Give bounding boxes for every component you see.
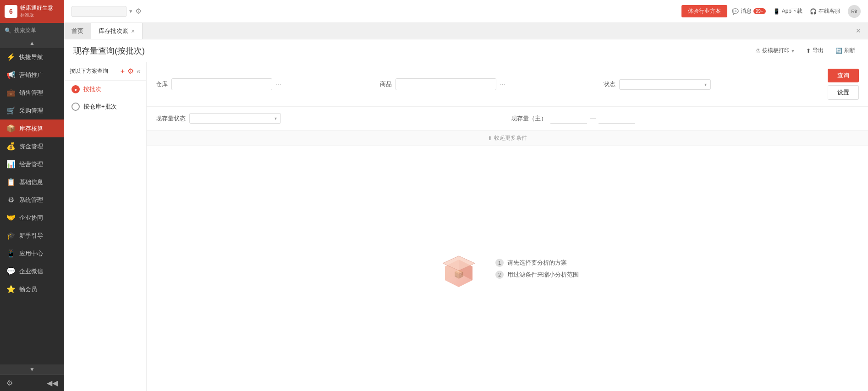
sidebar-item-inventory[interactable]: 📦 库存核算: [0, 119, 64, 137]
topbar-settings-icon[interactable]: ⚙: [135, 7, 142, 16]
sidebar-item-finance[interactable]: 💰 资金管理: [0, 137, 64, 155]
status-select[interactable]: ▾: [619, 79, 711, 90]
topbar-search-input[interactable]: [71, 6, 126, 17]
warehouse-dots[interactable]: ···: [276, 81, 281, 88]
print-dropdown-icon: ▾: [791, 48, 794, 54]
left-panel-actions: + ⚙ «: [121, 67, 141, 76]
sidebar-item-label: 新手引导: [19, 232, 43, 240]
tab-inventory-batch[interactable]: 库存批次账 ×: [91, 23, 143, 39]
print-btn[interactable]: 🖨 按模板打印 ▾: [751, 45, 798, 56]
basic-info-icon: 📋: [6, 178, 16, 186]
sidebar-item-guide[interactable]: 🎓 新手引导: [0, 227, 64, 244]
topbar-dropdown-icon[interactable]: ▾: [129, 8, 132, 15]
sidebar-search[interactable]: 🔍 搜索菜单: [0, 23, 64, 38]
stock-qty-to-input[interactable]: [599, 113, 635, 124]
printer-icon: 🖨: [755, 48, 760, 54]
scheme-item-warehouse-batch[interactable]: 按仓库+批次: [64, 98, 146, 115]
sidebar-header: 6 畅康通好生意 标准版: [0, 0, 64, 23]
sidebar-scroll-up[interactable]: ▲: [0, 38, 64, 48]
tip-2-text: 用过滤条件来缩小分析范围: [507, 271, 579, 279]
sidebar-item-operations[interactable]: 📊 经营管理: [0, 155, 64, 173]
sidebar-item-collab[interactable]: 🤝 企业协同: [0, 209, 64, 227]
message-icon: 💬: [732, 8, 739, 15]
tip-1-text: 请先选择要分析的方案: [507, 259, 567, 267]
product-dots[interactable]: ···: [500, 81, 505, 88]
export-label: 导出: [813, 47, 824, 54]
app-version: 标准版: [20, 12, 53, 18]
scheme-icon-active: ●: [71, 85, 80, 93]
tab-bar: 首页 库存批次账 × ×: [64, 23, 868, 39]
product-input[interactable]: [396, 78, 496, 90]
content-area: 按以下方案查询 + ⚙ « ● 按批次 按仓库+批次: [64, 62, 868, 391]
add-scheme-icon[interactable]: +: [121, 67, 125, 76]
sidebar-item-label: 基础信息: [19, 178, 43, 186]
quick-nav-icon: ⚡: [6, 53, 16, 61]
finance-icon: 💰: [6, 142, 16, 151]
online-service-action[interactable]: 🎧 在线客服: [810, 7, 841, 15]
filter-collapse-bar[interactable]: ⬆ 收起更多条件: [147, 130, 868, 146]
sidebar-item-quick-nav[interactable]: ⚡ 快捷导航: [0, 48, 64, 66]
settings-button[interactable]: 设置: [828, 85, 859, 100]
sidebar-item-label: 系统管理: [19, 196, 43, 204]
stock-status-arrow: ▾: [275, 116, 277, 121]
collapse-panel-icon[interactable]: «: [137, 67, 141, 76]
page-actions: 🖨 按模板打印 ▾ ⬆ 导出 🔄 刷新: [751, 45, 859, 56]
status-arrow: ▾: [704, 82, 707, 87]
filter-section: 仓库 ··· 商品 ··· 状态 ▾: [147, 62, 868, 107]
stock-qty-from-input[interactable]: [550, 113, 587, 124]
tab-close-right-icon[interactable]: ×: [852, 26, 864, 36]
sidebar-menu: ⚡ 快捷导航 📢 营销推广 💼 销售管理 🛒 采购管理 📦 库存核算 💰 资金管…: [0, 48, 64, 364]
sidebar-scroll-down[interactable]: ▼: [0, 364, 64, 375]
sidebar-item-marketing[interactable]: 📢 营销推广: [0, 66, 64, 84]
scheme-label: 按仓库+批次: [83, 103, 117, 111]
filter-row-1: 仓库 ··· 商品 ··· 状态 ▾: [156, 69, 859, 100]
app-download-action[interactable]: 📱 App下载: [773, 7, 802, 15]
stock-status-select[interactable]: ▾: [189, 113, 281, 124]
sidebar-item-purchase[interactable]: 🛒 采购管理: [0, 102, 64, 119]
sidebar-item-basic-info[interactable]: 📋 基础信息: [0, 173, 64, 191]
export-btn[interactable]: ⬆ 导出: [802, 45, 827, 56]
status-label: 状态: [604, 80, 615, 88]
member-icon: ⭐: [6, 285, 16, 293]
filter-area: 仓库 ··· 商品 ··· 状态 ▾: [147, 62, 868, 391]
left-panel: 按以下方案查询 + ⚙ « ● 按批次 按仓库+批次: [64, 62, 147, 391]
tab-bar-right: ×: [852, 26, 868, 36]
sidebar-item-member[interactable]: ⭐ 畅会员: [0, 280, 64, 298]
scheme-icon-inactive: [71, 103, 80, 111]
message-action[interactable]: 💬 消息 99+: [732, 7, 766, 15]
scheme-settings-icon[interactable]: ⚙: [127, 67, 134, 76]
empty-state: 📦 1 请先选择要分析的方案 2 用过滤条件来缩小分析范围: [147, 146, 868, 391]
sidebar-item-system[interactable]: ⚙ 系统管理: [0, 191, 64, 209]
refresh-label: 刷新: [844, 47, 855, 54]
tab-home-label: 首页: [71, 27, 83, 35]
sidebar-item-label: 应用中心: [19, 250, 43, 258]
marketing-icon: 📢: [6, 71, 16, 79]
sidebar-item-label: 企业协同: [19, 214, 43, 222]
user-action[interactable]: Rit: [848, 5, 861, 18]
tab-close-icon[interactable]: ×: [131, 28, 135, 34]
app-center-icon: 📱: [6, 249, 16, 258]
sidebar-item-label: 畅会员: [19, 285, 37, 293]
search-label: 搜索菜单: [14, 27, 36, 34]
warehouse-input[interactable]: [171, 78, 272, 90]
collapse-sidebar-icon[interactable]: ◀◀: [47, 379, 58, 387]
tab-home[interactable]: 首页: [64, 23, 91, 39]
sidebar-item-app-center[interactable]: 📱 应用中心: [0, 244, 64, 262]
sidebar-item-label: 经营管理: [19, 160, 43, 168]
sidebar-item-wechat[interactable]: 💬 企业微信: [0, 262, 64, 280]
refresh-btn[interactable]: 🔄 刷新: [832, 45, 859, 56]
sidebar-item-sales[interactable]: 💼 销售管理: [0, 84, 64, 102]
scheme-item-batch[interactable]: ● 按批次: [64, 81, 146, 98]
print-label: 按模板打印: [762, 47, 790, 54]
settings-footer-icon[interactable]: ⚙: [6, 379, 13, 387]
sidebar-item-label: 资金管理: [19, 142, 43, 151]
filter-group-stock-status: 现存量状态 ▾: [156, 113, 504, 124]
empty-tip-2: 2 用过滤条件来缩小分析范围: [495, 271, 579, 279]
experience-btn[interactable]: 体验行业方案: [681, 5, 727, 17]
stock-status-label: 现存量状态: [156, 114, 186, 123]
tab-inventory-batch-label: 库存批次账: [99, 27, 128, 35]
filter-group-status: 状态 ▾: [604, 79, 820, 90]
message-label: 消息: [741, 7, 752, 15]
query-button[interactable]: 查询: [828, 69, 859, 82]
warehouse-label: 仓库: [156, 80, 168, 88]
